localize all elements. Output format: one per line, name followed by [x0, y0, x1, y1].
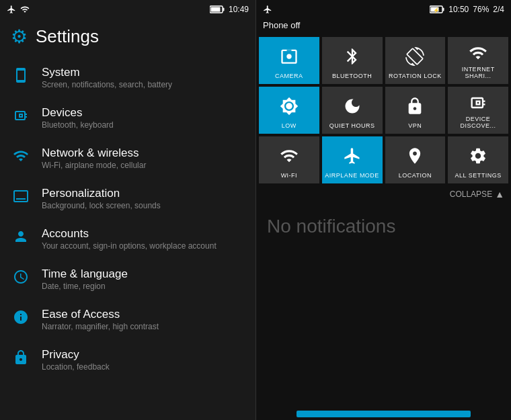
settings-item-devices[interactable]: Devices Bluetooth, keyboard	[0, 97, 256, 138]
vpn-label: VPN	[408, 123, 422, 130]
settings-list: System Screen, notifications, search, ba…	[0, 57, 256, 420]
devices-icon	[11, 108, 31, 128]
tile-rotation-lock[interactable]: ROTATION LOCK	[385, 37, 446, 84]
no-notifications-text: No notifications	[267, 216, 395, 237]
camera-label: CAMERA	[275, 73, 303, 80]
wifi-status-icon	[20, 5, 30, 14]
system-text: System Screen, notifications, search, ba…	[42, 66, 172, 89]
tile-camera[interactable]: CAMERA	[259, 37, 319, 84]
right-status-bar: ⚡ 10:50 76% 2/4	[256, 0, 511, 19]
accounts-text: Accounts Your account, sign-in options, …	[42, 227, 217, 251]
bottom-bar	[297, 411, 471, 417]
tile-wifi[interactable]: WI-FI	[259, 136, 319, 183]
phone-off-bar: Phone off	[256, 19, 511, 34]
bluetooth-label: BLUETOOTH	[332, 73, 372, 80]
settings-item-time[interactable]: Time & language Date, time, region	[0, 259, 256, 299]
tile-brightness-low[interactable]: LOW	[259, 87, 319, 134]
right-pages: 2/4	[493, 5, 504, 14]
right-airplane-icon	[263, 5, 272, 14]
time-text: Time & language Date, time, region	[42, 267, 128, 291]
privacy-text: Privacy Location, feedback	[42, 348, 110, 372]
phone-off-text: Phone off	[263, 20, 300, 30]
tile-quiet-hours[interactable]: QUIET HOURS	[322, 87, 383, 134]
left-status-time: 10:49	[210, 5, 249, 14]
collapse-bar[interactable]: COLLAPSE ▲	[256, 186, 511, 202]
battery-icon	[210, 5, 225, 13]
rotation-lock-icon	[405, 42, 424, 71]
settings-item-privacy[interactable]: Privacy Location, feedback	[0, 339, 256, 380]
settings-gear-icon: ⚙	[11, 26, 28, 48]
right-time: 10:50	[448, 5, 469, 14]
left-status-icons	[7, 5, 30, 14]
left-status-bar: 10:49	[0, 0, 256, 19]
system-icon	[11, 67, 31, 87]
settings-item-network[interactable]: Network & wireless Wi-Fi, airplane mode,…	[0, 138, 256, 178]
network-text: Network & wireless Wi-Fi, airplane mode,…	[42, 146, 146, 170]
all-settings-icon	[469, 142, 487, 170]
wifi-label: WI-FI	[281, 173, 298, 179]
left-time: 10:49	[229, 5, 249, 14]
ease-icon	[11, 309, 31, 329]
svg-rect-1	[223, 8, 224, 11]
ease-text: Ease of Access Narrator, magnifier, high…	[42, 308, 159, 331]
all-settings-label: ALL SETTINGS	[455, 173, 502, 179]
location-icon	[405, 142, 424, 170]
internet-sharing-icon	[469, 42, 487, 64]
device-discovery-label: DEVICE DISCOVE...	[450, 116, 506, 130]
tile-location[interactable]: LOCATION	[385, 136, 446, 183]
svg-rect-2	[210, 7, 220, 12]
settings-panel: 10:49 ⚙ Settings System Screen, notifica…	[0, 0, 256, 420]
vpn-icon	[405, 92, 424, 120]
personalization-text: Personalization Background, lock screen,…	[42, 187, 161, 210]
tile-airplane-mode[interactable]: AIRPLANE MODE	[322, 136, 383, 183]
collapse-arrow-icon: ▲	[495, 189, 504, 200]
location-label: LOCATION	[399, 173, 432, 179]
network-icon	[11, 148, 31, 168]
privacy-icon	[11, 349, 31, 370]
tile-device-discovery[interactable]: DEVICE DISCOVE...	[448, 87, 508, 134]
personalization-icon	[11, 188, 31, 208]
device-discovery-icon	[469, 92, 487, 114]
brightness-low-icon	[280, 92, 299, 120]
right-status-info: ⚡ 10:50 76% 2/4	[430, 5, 504, 14]
no-notifications-area: No notifications	[256, 202, 511, 411]
airplane-icon	[7, 5, 16, 14]
quick-tiles-grid: CAMERA BLUETOOTH ROTATION LOCK INTERNET …	[256, 34, 511, 186]
rotation-lock-label: ROTATION LOCK	[389, 73, 442, 80]
notifications-panel: ⚡ 10:50 76% 2/4 Phone off CAMERA BLUETOO…	[256, 0, 511, 420]
bluetooth-icon	[343, 42, 362, 71]
tile-bluetooth[interactable]: BLUETOOTH	[322, 37, 383, 84]
settings-item-system[interactable]: System Screen, notifications, search, ba…	[0, 57, 256, 97]
airplane-mode-label: AIRPLANE MODE	[325, 173, 379, 179]
tile-all-settings[interactable]: ALL SETTINGS	[448, 136, 508, 183]
accounts-icon	[11, 228, 31, 249]
wifi-tile-icon	[280, 142, 299, 170]
camera-icon	[280, 42, 299, 71]
right-status-icons	[263, 5, 272, 14]
right-battery-icon: ⚡	[430, 5, 444, 13]
right-battery-pct: 76%	[473, 5, 489, 14]
settings-item-personalization[interactable]: Personalization Background, lock screen,…	[0, 178, 256, 218]
tile-vpn[interactable]: VPN	[385, 87, 446, 134]
time-icon	[11, 269, 31, 289]
quiet-hours-label: QUIET HOURS	[329, 123, 375, 130]
settings-item-ease[interactable]: Ease of Access Narrator, magnifier, high…	[0, 299, 256, 339]
settings-item-accounts[interactable]: Accounts Your account, sign-in options, …	[0, 218, 256, 259]
devices-text: Devices Bluetooth, keyboard	[42, 106, 114, 130]
internet-sharing-label: INTERNET SHARI...	[450, 67, 506, 80]
brightness-low-label: LOW	[282, 123, 297, 130]
quiet-hours-icon	[343, 92, 362, 120]
svg-rect-4	[443, 8, 444, 11]
settings-title: Settings	[36, 26, 99, 47]
airplane-mode-icon	[343, 142, 362, 170]
settings-header: ⚙ Settings	[0, 19, 256, 57]
tile-internet-sharing[interactable]: INTERNET SHARI...	[448, 37, 508, 84]
collapse-label: COLLAPSE	[450, 190, 492, 199]
svg-text:⚡: ⚡	[433, 7, 440, 13]
